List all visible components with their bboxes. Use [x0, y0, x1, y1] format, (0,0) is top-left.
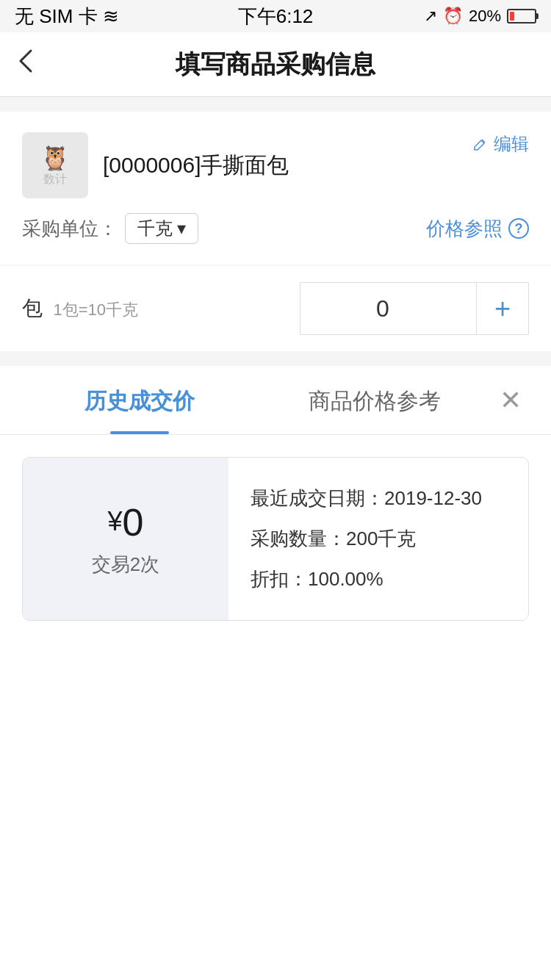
history-quantity: 采购数量：200千克 [251, 525, 506, 553]
tab-price-reference[interactable]: 商品价格参考 [257, 366, 492, 434]
quantity-row: 包 1包=10千克 + [0, 266, 551, 351]
quantity-label-group: 包 1包=10千克 [22, 295, 138, 323]
quantity-input[interactable] [300, 282, 476, 335]
bottom-space [0, 643, 551, 980]
status-carrier: 无 SIM 卡 ≋ [15, 4, 119, 29]
history-discount: 折扣：100.00% [251, 565, 506, 594]
product-card: 🦉 数计 [0000006]手撕面包 编辑 采购单位： 千克 ▾ 价格参照 [0, 112, 551, 264]
history-last-date: 最近成交日期：2019-12-30 [251, 484, 506, 513]
quantity-conversion: 1包=10千克 [53, 300, 138, 319]
status-bar: 无 SIM 卡 ≋ 下午6:12 ↗ ⏰ 20% [0, 0, 551, 32]
quantity-unit: 包 [22, 297, 43, 320]
history-price-value: ¥0 [108, 500, 144, 544]
quantity-control: + [300, 282, 529, 335]
alarm-icon: ⏰ [443, 7, 463, 26]
product-info: 🦉 数计 [0000006]手撕面包 [22, 132, 289, 198]
edit-button[interactable]: 编辑 [472, 132, 529, 156]
unit-label: 采购单位： 千克 ▾ [22, 213, 198, 244]
product-meta: 采购单位： 千克 ▾ 价格参照 ? [22, 213, 529, 244]
help-icon: ? [508, 218, 529, 239]
page-title: 填写商品采购信息 [176, 48, 375, 82]
history-detail-section: 最近成交日期：2019-12-30 采购数量：200千克 折扣：100.00% [228, 458, 528, 620]
nav-bar: 填写商品采购信息 [0, 32, 551, 97]
location-icon: ↗ [424, 7, 437, 26]
history-card: ¥0 交易2次 最近成交日期：2019-12-30 采购数量：200千克 折扣：… [22, 457, 529, 621]
product-name: [0000006]手撕面包 [103, 151, 289, 181]
back-button[interactable] [18, 48, 34, 81]
tab-panel: 历史成交价 商品价格参考 ✕ ¥0 交易2次 最近成交日期：2019-12-30… [0, 366, 551, 643]
product-logo-icon: 🦉 [40, 144, 70, 172]
status-right: ↗ ⏰ 20% [424, 7, 536, 26]
history-price-section: ¥0 交易2次 [23, 458, 228, 620]
tab-history-price[interactable]: 历史成交价 [22, 366, 257, 434]
quantity-plus-button[interactable]: + [476, 282, 529, 335]
product-thumbnail: 🦉 数计 [22, 132, 88, 198]
price-reference-button[interactable]: 价格参照 ? [426, 216, 529, 242]
product-header: 🦉 数计 [0000006]手撕面包 编辑 [22, 132, 529, 198]
tab-bar: 历史成交价 商品价格参考 ✕ [0, 366, 551, 435]
tab-close-button[interactable]: ✕ [492, 378, 529, 423]
history-trade-count: 交易2次 [92, 552, 159, 577]
battery-icon [507, 9, 536, 24]
product-logo-text: 数计 [43, 172, 67, 187]
status-time: 下午6:12 [238, 4, 314, 29]
tab-content: ¥0 交易2次 最近成交日期：2019-12-30 采购数量：200千克 折扣：… [0, 435, 551, 643]
battery-percent: 20% [469, 7, 501, 26]
unit-select[interactable]: 千克 ▾ [125, 213, 198, 244]
